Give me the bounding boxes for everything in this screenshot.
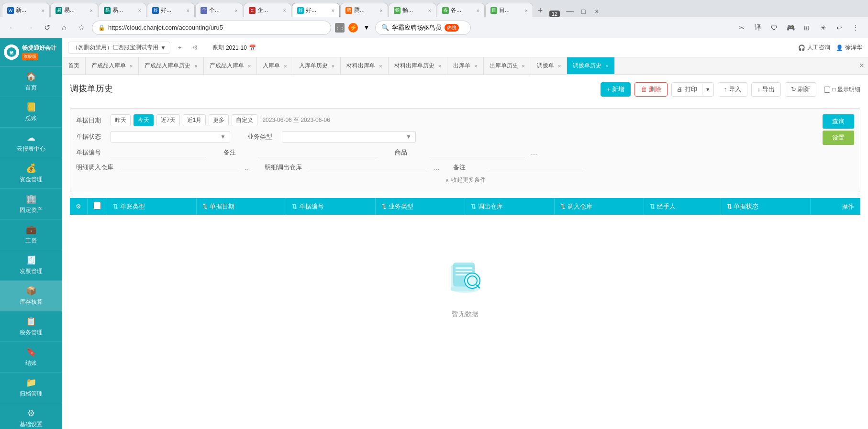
extension-icon[interactable]: ⋮⋮ bbox=[335, 23, 345, 33]
browser-tab-7[interactable]: 好 好... × bbox=[292, 3, 340, 17]
collapse-button[interactable]: ∧ 收起更多条件 bbox=[439, 174, 491, 186]
remark-input[interactable] bbox=[258, 147, 378, 157]
page-tab-product-inbound2[interactable]: 产成品入库单 × bbox=[204, 57, 257, 74]
tab-count[interactable]: 12 bbox=[549, 11, 560, 17]
page-tab-inbound-history[interactable]: 入库单历史 × bbox=[293, 57, 341, 74]
maximize-button[interactable]: □ bbox=[578, 6, 589, 17]
page-tab-material-outbound-close[interactable]: × bbox=[379, 63, 382, 69]
page-tab-material-outbound[interactable]: 材料出库单 × bbox=[341, 57, 388, 74]
query-button[interactable]: 查询 bbox=[823, 114, 854, 129]
sidebar-item-settings[interactable]: ⚙ 基础设置 bbox=[0, 403, 62, 429]
tab-close-9[interactable]: × bbox=[428, 8, 431, 13]
sidebar-item-ledger[interactable]: 📒 总账 bbox=[0, 97, 62, 128]
week-btn[interactable]: 近7天 bbox=[156, 114, 180, 126]
sidebar-item-archive[interactable]: 📁 归档管理 bbox=[0, 373, 62, 403]
page-tab-outbound-history-close[interactable]: × bbox=[522, 63, 525, 69]
browser-tab-9[interactable]: 畅 畅... × bbox=[389, 3, 436, 17]
undo-icon[interactable]: ↩ bbox=[833, 21, 846, 34]
remark2-input[interactable] bbox=[488, 162, 583, 172]
minimize-button[interactable]: — bbox=[564, 6, 576, 17]
col-checkbox[interactable] bbox=[88, 198, 107, 215]
print-button[interactable]: 🖨 打印 bbox=[672, 83, 702, 96]
tab-close-3[interactable]: × bbox=[138, 8, 141, 13]
custom-btn[interactable]: 自定义 bbox=[232, 114, 257, 126]
display-toggle[interactable]: □ 显示明细 bbox=[824, 86, 860, 94]
col-in-warehouse[interactable]: ⇅ 调入仓库 bbox=[555, 198, 644, 215]
sidebar-item-closing[interactable]: 🔖 结账 bbox=[0, 342, 62, 373]
export-button[interactable]: ↓ 导出 bbox=[751, 82, 781, 97]
calendar-icon[interactable]: 📅 bbox=[249, 44, 256, 51]
address-box[interactable]: 🔒 https://cloud.chanjet.com/accounting/u… bbox=[92, 21, 331, 35]
in-warehouse-dots[interactable]: … bbox=[245, 164, 251, 171]
page-tab-transfer-close[interactable]: × bbox=[558, 63, 561, 69]
page-tab-product-inbound-history-close[interactable]: × bbox=[194, 63, 197, 69]
col-doc-type[interactable]: ⇅ 单账类型 bbox=[107, 198, 197, 215]
sidebar-item-assets[interactable]: 🏢 固定资产 bbox=[0, 189, 62, 220]
tab-close-10[interactable]: × bbox=[477, 8, 479, 13]
status-select[interactable]: ▼ bbox=[111, 131, 230, 143]
menu-icon[interactable]: ⋮ bbox=[849, 21, 862, 34]
out-warehouse-dots[interactable]: … bbox=[433, 164, 440, 171]
new-tab-button[interactable]: + bbox=[534, 4, 547, 17]
page-tab-inbound[interactable]: 入库单 × bbox=[257, 57, 293, 74]
close-all-tabs-button[interactable]: × bbox=[859, 61, 868, 71]
tab-close-1[interactable]: × bbox=[42, 8, 45, 13]
business-type-select[interactable]: ▼ bbox=[282, 131, 416, 143]
refresh-page-button[interactable]: ↻ 刷新 bbox=[785, 82, 817, 97]
grid-icon[interactable]: ⊞ bbox=[800, 21, 813, 34]
tab-close-7[interactable]: × bbox=[332, 8, 334, 13]
scissors-icon[interactable]: ✂ bbox=[735, 21, 748, 34]
browser-tab-2[interactable]: 易 易... × bbox=[50, 3, 98, 17]
docnum-input[interactable] bbox=[111, 147, 206, 157]
browser-tab-5[interactable]: 个 个... × bbox=[195, 3, 243, 17]
print-dropdown-button[interactable]: ▼ bbox=[702, 84, 713, 95]
browser-tab-10[interactable]: 各 各... × bbox=[437, 3, 485, 17]
tab-close-4[interactable]: × bbox=[187, 8, 189, 13]
page-tab-product-inbound[interactable]: 产成品入库单 × bbox=[86, 57, 139, 74]
close-button[interactable]: × bbox=[591, 6, 602, 17]
page-tab-transfer[interactable]: 调拨单 × bbox=[531, 57, 567, 74]
tab-close-8[interactable]: × bbox=[380, 8, 383, 13]
page-tab-transfer-history-close[interactable]: × bbox=[605, 63, 608, 69]
game-icon[interactable]: 🎮 bbox=[784, 21, 797, 34]
browser-tab-1[interactable]: W 新... × bbox=[2, 3, 50, 17]
page-tab-material-outbound-history-close[interactable]: × bbox=[438, 63, 441, 69]
tab-close-11[interactable]: × bbox=[525, 8, 528, 13]
page-tab-outbound-close[interactable]: × bbox=[474, 63, 477, 69]
month-btn[interactable]: 近1月 bbox=[183, 114, 206, 126]
sidebar-item-reports[interactable]: ☁ 云报表中心 bbox=[0, 128, 62, 158]
new-button[interactable]: + 新增 bbox=[601, 82, 631, 97]
col-gear[interactable]: ⚙ bbox=[70, 198, 88, 215]
more-button[interactable]: ▼ bbox=[362, 23, 371, 33]
page-tab-inbound-history-close[interactable]: × bbox=[332, 63, 334, 69]
sun-icon[interactable]: ☀ bbox=[816, 21, 830, 34]
setting-button[interactable]: 设置 bbox=[823, 131, 854, 145]
more-btn[interactable]: 更多 bbox=[209, 114, 229, 126]
refresh-button[interactable]: ↺ bbox=[40, 21, 54, 34]
browser-tab-8[interactable]: 腾 腾... × bbox=[340, 3, 388, 17]
col-business-type[interactable]: ⇅ 业务类型 bbox=[376, 198, 465, 215]
page-tab-inbound-close[interactable]: × bbox=[284, 63, 287, 69]
gear-col-icon[interactable]: ⚙ bbox=[76, 203, 81, 210]
home-button[interactable]: ⌂ bbox=[57, 21, 71, 34]
page-tab-product-inbound-history[interactable]: 产成品入库单历史 × bbox=[139, 57, 203, 74]
display-checkbox[interactable] bbox=[824, 87, 830, 93]
yesterday-btn[interactable]: 昨天 bbox=[111, 114, 131, 126]
col-handler[interactable]: ⇅ 经手人 bbox=[644, 198, 721, 215]
delete-button[interactable]: 🗑 删除 bbox=[634, 82, 668, 97]
flash-icon[interactable]: ⚡ bbox=[348, 23, 358, 33]
tab-close-5[interactable]: × bbox=[235, 8, 238, 13]
sidebar-item-invoice[interactable]: 🧾 发票管理 bbox=[0, 250, 62, 281]
import-button[interactable]: ↑ 导入 bbox=[718, 82, 747, 97]
select-all-checkbox[interactable] bbox=[93, 202, 101, 209]
sidebar-item-tax[interactable]: 📋 税务管理 bbox=[0, 311, 62, 342]
sidebar-item-inventory[interactable]: 📦 库存核算 bbox=[0, 281, 62, 311]
col-doc-number[interactable]: ⇅ 单据编号 bbox=[286, 198, 376, 215]
today-btn[interactable]: 今天 bbox=[134, 114, 154, 126]
page-tab-product-inbound2-close[interactable]: × bbox=[248, 63, 251, 69]
tab-close-2[interactable]: × bbox=[90, 8, 93, 13]
col-doc-date[interactable]: ⇅ 单据日期 bbox=[197, 198, 286, 215]
out-warehouse-input[interactable] bbox=[308, 162, 427, 172]
browser-tab-11[interactable]: 目 目... × bbox=[485, 3, 533, 17]
goods-dots[interactable]: … bbox=[531, 149, 537, 156]
